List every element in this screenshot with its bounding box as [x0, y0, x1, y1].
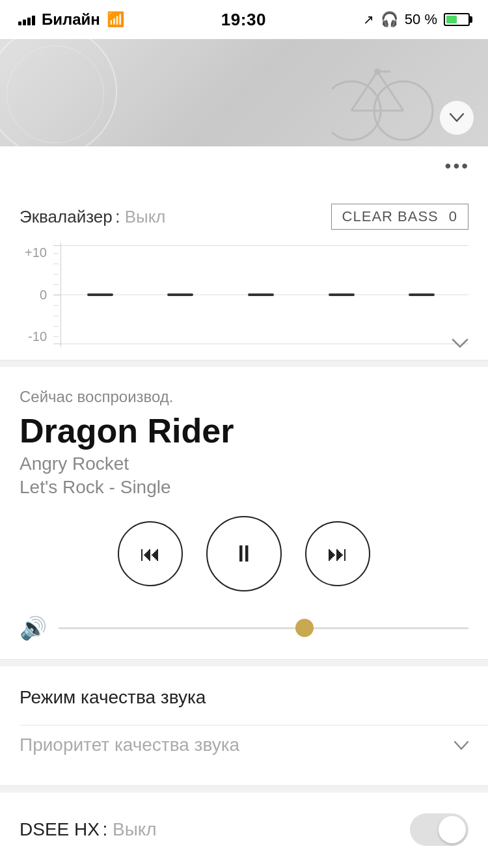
track-title: Dragon Rider [20, 413, 468, 450]
eq-colon: : [115, 207, 124, 226]
signal-bars [18, 14, 35, 25]
clear-bass-label: CLEAR BASS [342, 208, 439, 225]
dsee-colon: : [102, 819, 113, 839]
volume-thumb[interactable] [295, 619, 314, 637]
dsee-toggle[interactable] [410, 813, 468, 846]
album-art [0, 39, 488, 146]
chevron-down-icon [452, 338, 468, 349]
dsee-label: DSEE HX [20, 819, 100, 839]
eq-y-mid: 0 [20, 288, 47, 303]
equalizer-header: Эквалайзер : Выкл CLEAR BASS 0 [20, 204, 468, 230]
eq-bar-5[interactable] [409, 293, 435, 296]
location-icon: ↗ [363, 12, 374, 27]
eq-y-top: +10 [20, 245, 47, 260]
status-bar: Билайн 📶 19:30 ↗ 🎧 50 % [0, 0, 488, 39]
clear-bass-value: 0 [449, 208, 457, 225]
eq-y-axis: +10 0 -10 [20, 243, 47, 347]
dsee-label-container: DSEE HX : Выкл [20, 819, 157, 840]
section-divider-2 [0, 660, 488, 666]
track-artist: Angry Rocket [20, 454, 468, 474]
album-art-decoration-svg [332, 46, 436, 143]
quality-dropdown[interactable]: Приоритет качества звука [20, 726, 468, 765]
dsee-status: Выкл [113, 819, 157, 839]
quality-dropdown-label: Приоритет качества звука [20, 735, 239, 755]
eq-bars [53, 243, 468, 347]
battery-percent: 50 % [405, 11, 437, 28]
now-playing-section: Сейчас воспроизвод. Dragon Rider Angry R… [0, 367, 488, 660]
eq-label-text: Эквалайзер [20, 207, 113, 226]
time-display: 19:30 [221, 10, 266, 30]
svg-point-6 [374, 68, 381, 75]
eq-status: Выкл [125, 207, 166, 226]
status-right: ↗ 🎧 50 % [363, 11, 470, 28]
pause-icon: ⏸ [232, 540, 256, 567]
eq-bar-3[interactable] [248, 293, 274, 296]
headphones-icon: 🎧 [381, 11, 398, 28]
carrier-label: Билайн [42, 10, 100, 29]
dsee-section: DSEE HX : Выкл [0, 793, 488, 867]
battery-icon [444, 13, 470, 26]
equalizer-label: Эквалайзер : Выкл [20, 207, 166, 227]
dropdown-chevron-icon [454, 736, 468, 754]
section-divider-1 [0, 360, 488, 367]
eq-bar-4[interactable] [329, 293, 355, 296]
next-button[interactable]: ⏭ [305, 521, 370, 586]
eq-bar-2[interactable] [167, 293, 193, 296]
toggle-knob [439, 816, 466, 843]
wifi-icon: 📶 [107, 11, 124, 28]
equalizer-section: Эквалайзер : Выкл CLEAR BASS 0 +10 0 -10 [0, 185, 488, 360]
now-playing-label: Сейчас воспроизвод. [20, 388, 468, 406]
section-divider-3 [0, 786, 488, 793]
quality-title: Режим качества звука [20, 687, 468, 708]
previous-button[interactable]: ⏮ [118, 521, 183, 586]
eq-bar-1[interactable] [87, 293, 113, 296]
more-options-button[interactable]: ••• [445, 156, 470, 176]
track-album: Let's Rock - Single [20, 477, 468, 498]
volume-row: 🔊 [20, 615, 468, 641]
status-left: Билайн 📶 [18, 10, 124, 29]
clear-bass-button[interactable]: CLEAR BASS 0 [331, 204, 468, 230]
eq-y-bot: -10 [20, 329, 47, 344]
next-icon: ⏭ [327, 542, 348, 566]
pause-button[interactable]: ⏸ [206, 516, 282, 591]
quality-section: Режим качества звука Приоритет качества … [0, 666, 488, 786]
top-menu-bar: ••• [0, 146, 488, 185]
volume-slider[interactable] [59, 627, 468, 629]
playback-controls: ⏮ ⏸ ⏭ [20, 516, 468, 591]
equalizer-collapse-button[interactable] [452, 333, 468, 353]
chevron-down-icon [450, 113, 464, 122]
equalizer-graph: +10 0 -10 [20, 243, 468, 347]
previous-icon: ⏮ [140, 542, 161, 566]
collapse-button[interactable] [440, 101, 474, 135]
volume-icon: 🔊 [20, 615, 47, 641]
